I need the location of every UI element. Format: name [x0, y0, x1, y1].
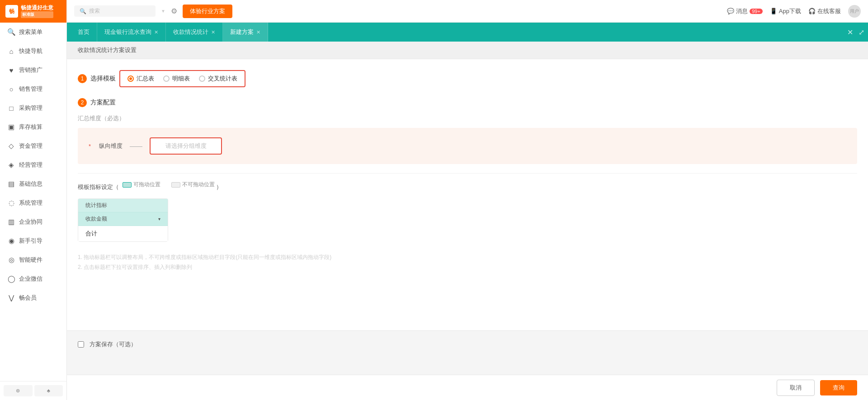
topbar: 🔍 搜索 ▼ ⚙ 体验行业方案 💬 消息 99+ 📱 App下载 🎧 在线客服 …: [67, 0, 868, 23]
required-star: *: [89, 143, 91, 150]
stats-col-label: 统计指标: [85, 202, 107, 209]
dimension-area: * 纵向维度 —— 请选择分组维度: [78, 128, 857, 164]
draggable-legend-item: 可拖动位置: [123, 181, 160, 188]
operation-icon: ◈: [7, 161, 15, 169]
sidebar-item-system[interactable]: ◌ 系统管理: [0, 193, 66, 212]
sidebar-bottom-btn1[interactable]: ⊛: [4, 385, 33, 396]
tab-expand-icon[interactable]: ⤢: [859, 28, 864, 37]
radio-cross[interactable]: 交叉统计表: [199, 75, 237, 83]
content-area: 收款情况统计方案设置 1 选择模板 汇总表 明细表: [67, 42, 868, 375]
footer-section: 方案保存（可选）: [67, 330, 868, 358]
inventory-icon: ▣: [7, 123, 15, 131]
logo-text: 畅捷通好生意 标准版: [21, 5, 53, 18]
search-dropdown-icon[interactable]: ▼: [161, 9, 165, 14]
settings-icon[interactable]: ⚙: [171, 7, 177, 15]
tab-new-plan[interactable]: 新建方案 ✕: [223, 23, 268, 42]
sidebar-item-inventory[interactable]: ▣ 库存核算: [0, 118, 66, 136]
logo-icon: 畅: [5, 5, 18, 18]
enterprise-icon: ▥: [7, 218, 15, 226]
sidebar-item-wechat[interactable]: ◯ 企业微信: [0, 269, 66, 288]
sidebar-item-guide[interactable]: ◉ 新手引导: [0, 231, 66, 250]
tab-receipt-stats[interactable]: 收款情况统计 ✕: [166, 23, 223, 42]
message-icon: 💬: [727, 8, 734, 14]
main-card: 1 选择模板 汇总表 明细表 交叉统计表: [67, 59, 868, 330]
sidebar-item-basic-info[interactable]: ▤ 基础信息: [0, 174, 66, 193]
save-plan-label: 方案保存（可选）: [90, 340, 137, 348]
dimension-select-btn[interactable]: 请选择分组维度: [150, 137, 222, 155]
sidebar-item-search-menu[interactable]: 🔍 搜索菜单: [0, 23, 66, 42]
guide-icon: ◉: [7, 237, 15, 245]
tip2: 2. 点击标题栏下拉可设置排序、插入列和删除列: [78, 263, 857, 273]
query-button[interactable]: 查询: [820, 380, 857, 395]
radio-summary[interactable]: 汇总表: [127, 75, 154, 83]
vertical-dim-label: 纵向维度: [99, 142, 123, 150]
sidebar-logo: 畅 畅捷通好生意 标准版: [0, 0, 66, 23]
step1-num: 1: [78, 74, 87, 83]
tab-new-plan-close[interactable]: ✕: [256, 29, 260, 35]
basic-info-icon: ▤: [7, 180, 15, 188]
sidebar-item-purchase[interactable]: □ 采购管理: [0, 99, 66, 118]
tab-close-all-icon[interactable]: ✕: [847, 28, 853, 37]
radio-circle-summary: [127, 75, 134, 82]
search-box[interactable]: 🔍 搜索: [74, 5, 156, 17]
marketing-icon: ♥: [7, 66, 15, 74]
action-bar: 取消 查询: [67, 375, 868, 400]
tab-bank-flow-close[interactable]: ✕: [154, 29, 158, 35]
stats-table-header: 统计指标: [78, 199, 168, 212]
radio-detail[interactable]: 明细表: [163, 75, 190, 83]
sidebar-item-member[interactable]: ⋁ 畅会员: [0, 288, 66, 307]
wechat-icon: ◯: [7, 275, 15, 283]
sidebar-item-marketing[interactable]: ♥ 营销推广: [0, 61, 66, 80]
stats-total-row: 合计: [78, 226, 168, 241]
step2-header: 2 方案配置: [78, 98, 857, 107]
tab-receipt-stats-close[interactable]: ✕: [211, 29, 215, 35]
user-avatar[interactable]: 用户: [848, 5, 861, 18]
step1-section: 1 选择模板 汇总表 明细表 交叉统计表: [78, 70, 857, 87]
app-icon: 📱: [770, 8, 777, 14]
app-download-item[interactable]: 📱 App下载: [770, 7, 801, 15]
tip1: 1. 拖动标题栏可以调整布局，不可跨维度或指标区域拖动栏目字段(只能在同一维度或…: [78, 253, 857, 263]
topbar-right: 💬 消息 99+ 📱 App下载 🎧 在线客服 用户: [727, 5, 861, 18]
sidebar-bottom: ⊛ ♣: [0, 381, 66, 400]
page-header: 收款情况统计方案设置: [67, 42, 868, 59]
service-icon: 🎧: [808, 8, 816, 14]
sidebar: 畅 畅捷通好生意 标准版 🔍 搜索菜单 ⌂ 快捷导航 ♥ 营销推广 ○ 销售管理…: [0, 0, 67, 400]
sidebar-item-quick-nav[interactable]: ⌂ 快捷导航: [0, 42, 66, 61]
dimension-config-label: 汇总维度（必选）: [78, 114, 857, 122]
dimension-config: 汇总维度（必选） * 纵向维度 —— 请选择分组维度: [78, 114, 857, 164]
breadcrumb: 收款情况统计方案设置: [78, 47, 137, 53]
stats-column-header[interactable]: 收款金额 ▾: [78, 212, 168, 226]
metrics-config: 模板指标设定（ 可拖动位置 不可拖动位置 ）: [78, 181, 857, 242]
sidebar-item-operation[interactable]: ◈ 经营管理: [0, 155, 66, 174]
template-radio-group: 汇总表 明细表 交叉统计表: [119, 70, 245, 87]
radio-circle-cross: [199, 75, 205, 82]
not-draggable-legend-item: 不可拖动位置: [171, 181, 215, 188]
tabbar: 首页 现金银行流水查询 ✕ 收款情况统计 ✕ 新建方案 ✕ ✕ ⤢: [67, 23, 868, 42]
trial-btn[interactable]: 体验行业方案: [183, 5, 232, 18]
sidebar-bottom-btn2[interactable]: ♣: [34, 385, 63, 396]
cancel-button[interactable]: 取消: [777, 380, 815, 396]
section-divider: [78, 173, 857, 174]
sales-icon: ○: [7, 85, 15, 93]
sidebar-item-enterprise[interactable]: ▥ 企业协同: [0, 212, 66, 231]
not-draggable-legend-box: [171, 182, 180, 188]
tabbar-right-actions: ✕ ⤢: [847, 28, 864, 37]
tips-section: 1. 拖动标题栏可以调整布局，不可跨维度或指标区域拖动栏目字段(只能在同一维度或…: [78, 253, 857, 272]
step2-num: 2: [78, 98, 87, 107]
tab-home[interactable]: 首页: [71, 23, 97, 42]
save-plan-checkbox[interactable]: [78, 341, 84, 348]
sidebar-item-sales[interactable]: ○ 销售管理: [0, 80, 66, 99]
step2-title: 方案配置: [90, 99, 116, 107]
smart-hw-icon: ◎: [7, 256, 15, 264]
online-service-item[interactable]: 🎧 在线客服: [808, 7, 841, 15]
message-item[interactable]: 💬 消息 99+: [727, 7, 763, 15]
sidebar-item-finance[interactable]: ◇ 资金管理: [0, 136, 66, 155]
sidebar-item-smart-hw[interactable]: ◎ 智能硬件: [0, 250, 66, 269]
member-icon: ⋁: [7, 294, 15, 302]
tab-bank-flow[interactable]: 现金银行流水查询 ✕: [97, 23, 166, 42]
drag-legend: 可拖动位置 不可拖动位置: [123, 181, 215, 188]
column-chevron-icon: ▾: [158, 216, 160, 221]
step1-header: 1 选择模板 汇总表 明细表 交叉统计表: [78, 70, 857, 87]
quick-nav-icon: ⌂: [7, 47, 15, 55]
step1-title: 选择模板: [90, 75, 116, 83]
